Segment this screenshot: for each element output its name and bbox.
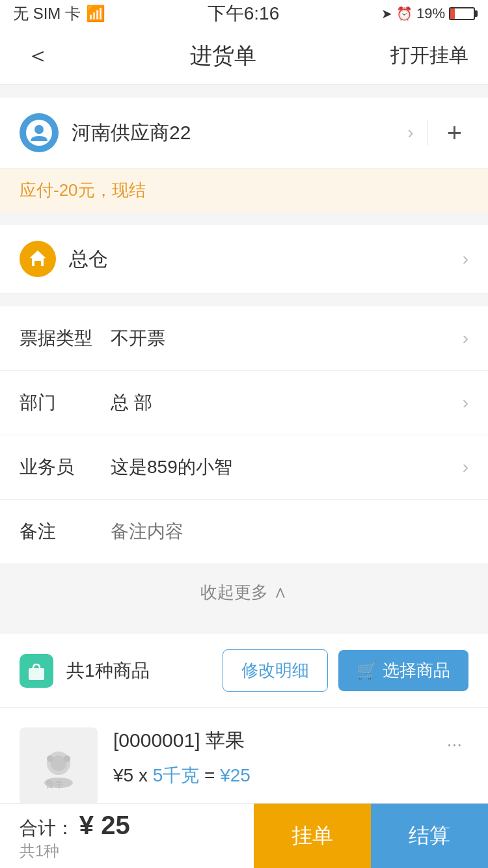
product-placeholder-icon: 鲁牛	[33, 740, 85, 793]
wifi-icon: 📶	[86, 5, 105, 23]
notice-bar: 应付-20元，现结	[0, 169, 488, 212]
product-name: [0000001] 苹果	[113, 727, 441, 754]
department-chevron-icon: ›	[463, 392, 468, 413]
invoice-chevron-icon: ›	[463, 328, 468, 349]
total-label: 合计：	[20, 818, 74, 838]
invoice-label: 票据类型	[20, 326, 98, 351]
gap-3	[0, 293, 488, 306]
home-icon	[27, 248, 49, 270]
product-info: [0000001] 苹果 ¥5 x 5千克 = ¥25	[113, 727, 441, 788]
price-text: ¥5 x	[113, 765, 153, 785]
warehouse-section: 总仓 ›	[0, 225, 488, 293]
product-count-icon	[20, 654, 53, 688]
product-header: 共1种商品 修改明细 🛒 选择商品	[0, 634, 488, 707]
status-bar: 无 SIM 卡 📶 下午6:16 ➤ ⏰ 19%	[0, 0, 488, 27]
svg-point-6	[47, 755, 53, 762]
salesman-chevron-icon: ›	[463, 457, 468, 478]
avatar-inner	[26, 120, 52, 146]
equal-text: =	[199, 765, 220, 785]
product-more-button[interactable]: ···	[441, 727, 468, 761]
page-title: 进货单	[190, 41, 256, 71]
remark-row[interactable]: 备注	[0, 500, 488, 564]
checkout-button[interactable]: 结算	[371, 804, 488, 869]
location-icon: ➤	[381, 6, 392, 21]
department-label: 部门	[20, 390, 98, 415]
svg-point-7	[64, 755, 70, 762]
department-row[interactable]: 部门 总 部 ›	[0, 371, 488, 435]
open-pending-button[interactable]: 打开挂单	[390, 42, 468, 69]
salesman-label: 业务员	[20, 455, 98, 480]
product-apple: 苹果	[206, 729, 245, 751]
product-code: [0000001]	[113, 729, 200, 751]
select-product-button[interactable]: 🛒 选择商品	[338, 650, 468, 691]
total-section: 合计： ¥ 25 共1种	[0, 811, 254, 861]
product-count-text: 共1种商品	[66, 658, 223, 683]
supplier-avatar	[20, 113, 59, 152]
invoice-value: 不开票	[98, 326, 456, 351]
bottom-bar: 合计： ¥ 25 共1种 挂单 结算	[0, 803, 488, 868]
invoice-row[interactable]: 票据类型 不开票 ›	[0, 306, 488, 371]
nav-bar: ＜ 进货单 打开挂单	[0, 27, 488, 85]
supplier-chevron-icon: ›	[407, 122, 413, 143]
remark-label: 备注	[20, 519, 98, 544]
supplier-name: 河南供应商22	[72, 120, 401, 146]
status-left: 无 SIM 卡 📶	[13, 3, 105, 24]
gap-1	[0, 85, 488, 98]
collapse-button[interactable]: 收起更多 ∧	[0, 564, 488, 621]
gap-2	[0, 212, 488, 225]
back-button[interactable]: ＜	[20, 33, 56, 78]
shopping-bag-icon	[26, 660, 47, 681]
qty-text: 5千克	[153, 765, 200, 785]
svg-point-0	[34, 125, 44, 134]
no-sim-text: 无 SIM 卡	[13, 3, 81, 24]
svg-text:鲁牛: 鲁牛	[46, 779, 64, 789]
total-text: ¥25	[220, 765, 251, 785]
warehouse-chevron-icon: ›	[463, 249, 468, 269]
supplier-divider	[427, 120, 427, 146]
alarm-icon: ⏰	[396, 6, 413, 21]
product-thumbnail: 鲁牛	[20, 727, 98, 806]
add-supplier-button[interactable]: +	[441, 118, 468, 148]
pending-button[interactable]: 挂单	[254, 804, 371, 869]
status-right: ➤ ⏰ 19%	[381, 5, 475, 22]
modify-detail-button[interactable]: 修改明细	[223, 649, 328, 692]
salesman-row[interactable]: 业务员 这是859的小智 ›	[0, 435, 488, 500]
warehouse-label: 总仓	[69, 246, 456, 273]
svg-rect-1	[34, 261, 41, 266]
select-product-label: 选择商品	[383, 659, 450, 682]
user-icon	[29, 123, 49, 142]
total-count: 共1种	[20, 841, 234, 861]
battery-icon	[449, 7, 475, 20]
svg-rect-2	[29, 668, 44, 680]
form-section: 票据类型 不开票 › 部门 总 部 › 业务员 这是859的小智 › 备注	[0, 306, 488, 564]
product-price: ¥5 x 5千克 = ¥25	[113, 763, 441, 788]
warehouse-icon	[20, 241, 56, 277]
total-row: 合计： ¥ 25	[20, 811, 234, 841]
status-time: 下午6:16	[208, 1, 280, 26]
warehouse-row[interactable]: 总仓 ›	[0, 225, 488, 293]
cart-icon: 🛒	[357, 660, 377, 681]
salesman-value: 这是859的小智	[98, 455, 456, 480]
total-amount: ¥ 25	[79, 811, 130, 839]
battery-percent: 19%	[416, 5, 445, 22]
supplier-row[interactable]: 河南供应商22 › +	[0, 98, 488, 169]
department-value: 总 部	[98, 390, 456, 415]
supplier-section: 河南供应商22 › + 应付-20元，现结	[0, 98, 488, 212]
remark-input[interactable]	[98, 521, 468, 542]
